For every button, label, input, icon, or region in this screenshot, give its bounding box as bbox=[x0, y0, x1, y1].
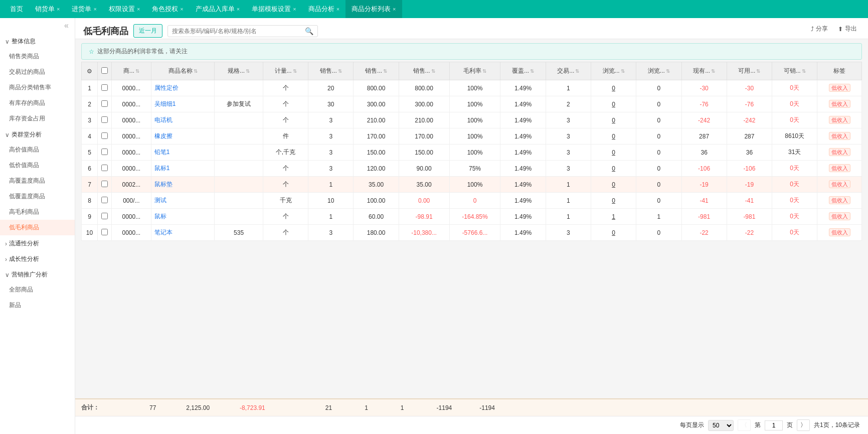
cell-browse1[interactable]: 0 bbox=[591, 193, 636, 209]
row-checkbox[interactable] bbox=[101, 197, 108, 203]
sidebar-item-high-value[interactable]: 高价值商品 bbox=[0, 142, 75, 158]
sidebar-group-growth[interactable]: › 成长性分析 bbox=[0, 251, 75, 266]
cell-browse1[interactable]: 0 bbox=[591, 161, 636, 177]
cell-name[interactable]: 鼠标 bbox=[151, 209, 215, 225]
row-checkbox[interactable] bbox=[101, 132, 108, 139]
nav-purchase-close[interactable]: × bbox=[93, 6, 96, 12]
row-checkbox[interactable] bbox=[101, 213, 108, 219]
sidebar-item-sales-products[interactable]: 销售类商品 bbox=[0, 49, 75, 64]
cell-browse1[interactable]: 0 bbox=[591, 80, 636, 96]
row-checkbox[interactable] bbox=[101, 84, 108, 91]
cell-checkbox[interactable] bbox=[98, 112, 112, 128]
table-row[interactable]: 5 0000... 铅笔1 个,千克 3 150.00 150.00 100% … bbox=[82, 144, 862, 161]
cell-checkbox[interactable] bbox=[98, 80, 112, 96]
nav-permissions[interactable]: 权限设置 × bbox=[103, 0, 146, 18]
sidebar-group-circulation[interactable]: › 流通性分析 bbox=[0, 235, 75, 251]
nav-purchase[interactable]: 进货单 × bbox=[66, 0, 102, 18]
sidebar-item-inventory-products[interactable]: 有库存的商品 bbox=[0, 95, 75, 111]
nav-product-entry[interactable]: 产成品入库单 × bbox=[190, 0, 246, 18]
cell-checkbox[interactable] bbox=[98, 144, 112, 161]
row-checkbox[interactable] bbox=[101, 181, 108, 187]
nav-template-close[interactable]: × bbox=[293, 6, 296, 12]
nav-permissions-close[interactable]: × bbox=[137, 6, 140, 12]
sidebar-group-overall[interactable]: ∨ 整体信息 bbox=[0, 33, 75, 49]
nav-sales-close[interactable]: × bbox=[57, 6, 60, 12]
sidebar-item-low-coverage[interactable]: 低覆盖度商品 bbox=[0, 189, 75, 204]
export-button[interactable]: ⬆ 导出 bbox=[835, 23, 860, 35]
cell-name[interactable]: 笔记本 bbox=[151, 225, 215, 241]
col-settings[interactable]: ⚙ bbox=[82, 62, 98, 80]
cell-checkbox[interactable] bbox=[98, 128, 112, 144]
nav-template[interactable]: 单据模板设置 × bbox=[246, 0, 302, 18]
cell-name[interactable]: 测试 bbox=[151, 193, 215, 209]
nav-product-analysis-list[interactable]: 商品分析列表 × bbox=[345, 0, 402, 18]
cell-checkbox[interactable] bbox=[98, 209, 112, 225]
cell-browse1[interactable]: 0 bbox=[591, 144, 636, 161]
table-row[interactable]: 9 0000... 鼠标 个 1 60.00 -98.91 -164.85% 1… bbox=[82, 209, 862, 225]
per-page-select[interactable]: 50 10 20 100 bbox=[708, 420, 734, 431]
table-row[interactable]: 2 0000... 吴细细1 参加复试 个 30 300.00 300.00 1… bbox=[82, 96, 862, 112]
sidebar-item-high-margin[interactable]: 高毛利商品 bbox=[0, 204, 75, 220]
cell-checkbox[interactable] bbox=[98, 193, 112, 209]
sidebar-item-inventory-capital[interactable]: 库存资金占用 bbox=[0, 111, 75, 126]
table-row[interactable]: 3 0000... 电话机 个 3 210.00 210.00 100% 1.4… bbox=[82, 112, 862, 128]
sidebar-item-new-products[interactable]: 新品 bbox=[0, 298, 75, 313]
cell-name[interactable]: 吴细细1 bbox=[151, 96, 215, 112]
table-row[interactable]: 6 0000... 鼠标1 个 3 120.00 90.00 75% 1.49%… bbox=[82, 161, 862, 177]
cell-name[interactable]: 鼠标1 bbox=[151, 161, 215, 177]
search-input[interactable] bbox=[172, 28, 305, 35]
nav-roles-close[interactable]: × bbox=[180, 6, 183, 12]
sidebar-item-category-sales-rate[interactable]: 商品分类销售率 bbox=[0, 80, 75, 95]
cell-checkbox[interactable] bbox=[98, 161, 112, 177]
row-checkbox[interactable] bbox=[101, 116, 108, 123]
sidebar-item-traded-products[interactable]: 交易过的商品 bbox=[0, 64, 75, 80]
sidebar-group-cluster[interactable]: ∨ 类群堂分析 bbox=[0, 126, 75, 142]
table-row[interactable]: 8 000/... 测试 千克 10 100.00 0.00 0 1.49% 1… bbox=[82, 193, 862, 209]
next-page-btn[interactable]: 〉 bbox=[797, 419, 810, 431]
cell-browse1[interactable]: 0 bbox=[591, 177, 636, 193]
cell-checkbox[interactable] bbox=[98, 96, 112, 112]
table-row[interactable]: 1 0000... 属性定价 个 20 800.00 800.00 100% 1… bbox=[82, 80, 862, 96]
tab-recent-month[interactable]: 近一月 bbox=[133, 24, 162, 38]
cell-browse1[interactable]: 1 bbox=[591, 209, 636, 225]
cell-name[interactable]: 鼠标垫 bbox=[151, 177, 215, 193]
cell-browse1[interactable]: 0 bbox=[591, 96, 636, 112]
cell-browse1[interactable]: 0 bbox=[591, 128, 636, 144]
row-checkbox[interactable] bbox=[101, 100, 108, 107]
col-checkbox[interactable] bbox=[98, 62, 112, 80]
table-container[interactable]: ⚙ 商...⇅ 商品名称⇅ 规格...⇅ 计量...⇅ 销售...⇅ 销售...… bbox=[75, 62, 868, 398]
nav-product-analysis-list-close[interactable]: × bbox=[393, 6, 396, 12]
nav-sales[interactable]: 销货单 × bbox=[29, 0, 66, 18]
nav-product-analysis-close[interactable]: × bbox=[336, 6, 339, 12]
sidebar-collapse-btn[interactable]: « bbox=[62, 21, 71, 30]
table-row[interactable]: 4 0000... 橡皮擦 件 3 170.00 170.00 100% 1.4… bbox=[82, 128, 862, 144]
row-checkbox[interactable] bbox=[101, 149, 108, 155]
cell-name[interactable]: 铅笔1 bbox=[151, 144, 215, 161]
table-row[interactable]: 10 0000... 笔记本 535 个 3 180.00 -10,380...… bbox=[82, 225, 862, 241]
select-all-checkbox[interactable] bbox=[101, 67, 108, 74]
nav-home[interactable]: 首页 bbox=[4, 0, 29, 18]
sidebar-item-low-margin[interactable]: 低毛利商品 bbox=[0, 220, 75, 235]
prev-page-btn[interactable]: 〈 bbox=[738, 419, 751, 431]
row-checkbox[interactable] bbox=[101, 229, 108, 235]
cell-name[interactable]: 属性定价 bbox=[151, 80, 215, 96]
sidebar-item-all-products[interactable]: 全部商品 bbox=[0, 282, 75, 298]
table-row[interactable]: 7 0002... 鼠标垫 个 1 35.00 35.00 100% 1.49%… bbox=[82, 177, 862, 193]
nav-product-analysis[interactable]: 商品分析 × bbox=[302, 0, 345, 18]
search-icon[interactable]: 🔍 bbox=[305, 27, 313, 35]
row-checkbox[interactable] bbox=[101, 165, 108, 171]
cell-checkbox[interactable] bbox=[98, 225, 112, 241]
sidebar-group-marketing[interactable]: ∨ 营销推广分析 bbox=[0, 266, 75, 282]
nav-roles[interactable]: 角色授权 × bbox=[146, 0, 189, 18]
cell-checkbox[interactable] bbox=[98, 177, 112, 193]
sidebar-item-low-value[interactable]: 低价值商品 bbox=[0, 158, 75, 173]
cell-name[interactable]: 电话机 bbox=[151, 112, 215, 128]
cell-sales-amount: 300.00 bbox=[354, 96, 399, 112]
nav-product-entry-close[interactable]: × bbox=[237, 6, 240, 12]
cell-name[interactable]: 橡皮擦 bbox=[151, 128, 215, 144]
page-input[interactable] bbox=[765, 420, 783, 430]
share-button[interactable]: ⤴ 分享 bbox=[808, 23, 831, 35]
cell-browse1[interactable]: 0 bbox=[591, 112, 636, 128]
cell-browse1[interactable]: 0 bbox=[591, 225, 636, 241]
sidebar-item-high-coverage[interactable]: 高覆盖度商品 bbox=[0, 173, 75, 189]
